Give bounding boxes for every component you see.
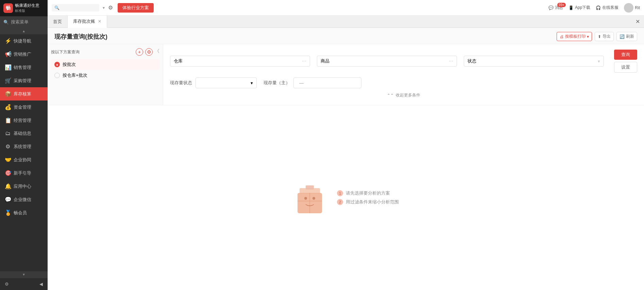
sidebar-item-xiaoshou[interactable]: 📊 销售管理 (0, 61, 48, 74)
tab-home-label: 首页 (53, 19, 62, 25)
tab-kucun-pici-label: 库存批次账 (73, 18, 95, 24)
product-field: 商品 ··· (317, 56, 457, 67)
sidebar-item-kucun[interactable]: 📦 库存核算 (0, 87, 48, 101)
status-field: 状态 ▾ (464, 56, 604, 67)
sidebar-item-yingyong[interactable]: 🔔 应用中心 (0, 180, 48, 193)
phone-icon: 📱 (569, 5, 574, 10)
sidebar-item-label: 销售管理 (14, 65, 31, 71)
xiaoshou-icon: 📊 (5, 64, 11, 71)
sidebar-search[interactable]: 🔍 搜索菜单 (0, 16, 48, 28)
sidebar-item-qiye[interactable]: 🤝 企业协同 (0, 153, 48, 166)
sidebar-item-yingxiao[interactable]: 📢 营销推广 (0, 48, 48, 61)
app-version: 标准版 (15, 8, 39, 13)
sidebar-item-caigou[interactable]: 🛒 采购管理 (0, 74, 48, 87)
topbar-search-input[interactable] (62, 5, 89, 10)
stock-status-select[interactable]: ▾ (196, 77, 257, 88)
empty-hints: 1 请先选择要分析的方案 2 用过滤条件来缩小分析范围 (337, 190, 399, 205)
filter-fields-panel: 仓库 ··· 商品 ··· 状态 ▾ (163, 44, 644, 105)
scheme-item-cangku-pici[interactable]: 按仓库+批次 (51, 70, 159, 81)
huiyuan-icon: 🏅 (5, 210, 11, 216)
jingying-icon: 📋 (5, 117, 11, 124)
trial-button[interactable]: 体验行业方案 (118, 3, 154, 13)
scheme-settings-button[interactable]: ⚙ (145, 48, 153, 56)
product-label: 商品 (321, 58, 329, 64)
warehouse-input[interactable]: 仓库 ··· (170, 56, 310, 67)
filter-panel: 按以下方案查询 + ⚙ 《 ● 按批次 按仓库+批次 (48, 44, 644, 105)
sidebar-item-zijin[interactable]: 💰 资金管理 (0, 101, 48, 114)
messages-item[interactable]: 💬 消息 99+ (548, 5, 563, 11)
sidebar-footer: ⚙ ◀ (0, 278, 48, 290)
jichu-icon: 🗂 (5, 130, 11, 137)
sidebar-scroll-down[interactable]: ▼ (0, 271, 48, 278)
tab-close-icon[interactable]: ✕ (98, 19, 101, 24)
online-service-item[interactable]: 🎧 在线客服 (596, 5, 618, 11)
zijin-icon: 💰 (5, 104, 11, 110)
filter-row-2: 现存量状态 ▾ 现存量（主） — (170, 77, 637, 88)
scheme-item-pici[interactable]: ● 按批次 (51, 59, 159, 70)
app-download-label: App下载 (575, 5, 590, 11)
tab-kucun-pici[interactable]: 库存批次账 ✕ (68, 16, 107, 28)
filter-scheme-header: 按以下方案查询 + ⚙ 《 (51, 48, 159, 56)
footer-settings-icon[interactable]: ⚙ (5, 282, 9, 287)
stock-amount-label: 现存量（主） (264, 80, 290, 86)
tab-close-right-icon[interactable]: ✕ (631, 18, 644, 25)
scheme-dot-inactive (54, 73, 60, 78)
add-scheme-button[interactable]: + (136, 48, 143, 56)
sidebar-item-kuaijie[interactable]: ⚡ 快捷导航 (0, 34, 48, 48)
topbar-gear-icon[interactable]: ⚙ (108, 4, 113, 11)
sidebar-item-xitong[interactable]: ⚙ 系统管理 (0, 140, 48, 153)
filter-settings-button[interactable]: 设置 (614, 62, 637, 73)
messages-badge: 99+ (557, 3, 566, 7)
sidebar-item-xinshou[interactable]: 🎯 新手引导 (0, 166, 48, 180)
export-button[interactable]: ⬆ 导出 (595, 32, 614, 41)
status-input[interactable]: 状态 ▾ (464, 56, 604, 67)
search-icon: 🔍 (3, 20, 9, 25)
print-chevron-icon: ▾ (587, 34, 589, 39)
topbar-right: 💬 消息 99+ 📱 App下载 🎧 在线客服 Rit (548, 3, 640, 13)
sidebar-item-huiyuan[interactable]: 🏅 畅会员 (0, 206, 48, 219)
hint-text-1: 请先选择要分析的方案 (346, 190, 390, 196)
sidebar-item-jingying[interactable]: 📋 经营管理 (0, 114, 48, 127)
sidebar-item-label: 基础信息 (14, 130, 31, 137)
print-label: 按模板打印 (565, 34, 586, 39)
sidebar-item-jichu[interactable]: 🗂 基础信息 (0, 127, 48, 140)
collapse-more-button[interactable]: ⌃⌃ 收起更多条件 (170, 91, 637, 99)
print-icon: 🖨 (560, 34, 564, 39)
refresh-icon: 🔄 (620, 34, 625, 39)
footer-collapse-icon[interactable]: ◀ (39, 282, 43, 287)
app-download-item[interactable]: 📱 App下载 (569, 5, 590, 11)
xitong-icon: ⚙ (5, 143, 11, 150)
empty-svg (293, 181, 327, 218)
export-label: 导出 (603, 34, 611, 39)
app-logo: 畅 (3, 3, 13, 13)
sidebar-scroll-up[interactable]: ▲ (0, 28, 48, 34)
empty-hint-2: 2 用过滤条件来缩小分析范围 (337, 199, 399, 205)
topbar-search-icon: 🔍 (54, 5, 60, 10)
topbar-search-box[interactable]: 🔍 (52, 4, 99, 12)
empty-illustration (293, 181, 327, 215)
query-button[interactable]: 查询 (614, 50, 637, 60)
tab-home[interactable]: 首页 (48, 16, 68, 28)
sidebar-item-label: 营销推广 (14, 51, 31, 57)
avatar (624, 3, 633, 13)
page-title: 现存量查询(按批次) (54, 33, 107, 41)
topbar-chevron-icon[interactable]: ▾ (103, 5, 105, 10)
online-service-label: 在线客服 (602, 5, 618, 11)
sidebar-search-label: 搜索菜单 (11, 19, 29, 25)
refresh-button[interactable]: 🔄 刷新 (616, 32, 637, 41)
sidebar-header: 畅 畅康通好生意 标准版 (0, 0, 48, 16)
sidebar-item-wechat[interactable]: 💬 企业微信 (0, 193, 48, 206)
scheme-collapse-icon[interactable]: 《 (155, 48, 159, 56)
print-button[interactable]: 🖨 按模板打印 ▾ (557, 32, 592, 41)
product-input[interactable]: 商品 ··· (317, 56, 457, 67)
user-item[interactable]: Rit (624, 3, 640, 13)
topbar: 🔍 ▾ ⚙ 体验行业方案 💬 消息 99+ 📱 App下载 🎧 在线客服 Rit (48, 0, 644, 16)
status-chevron-icon: ▾ (598, 59, 600, 64)
warehouse-field: 仓库 ··· (170, 56, 310, 67)
scheme-header-label: 按以下方案查询 (51, 49, 80, 55)
stock-amount-range[interactable]: — (293, 77, 361, 88)
yingyong-icon: 🔔 (5, 183, 11, 189)
sidebar-item-label: 采购管理 (14, 78, 31, 84)
sidebar-item-label: 资金管理 (14, 104, 31, 110)
stock-status-chevron-icon: ▾ (251, 80, 253, 86)
